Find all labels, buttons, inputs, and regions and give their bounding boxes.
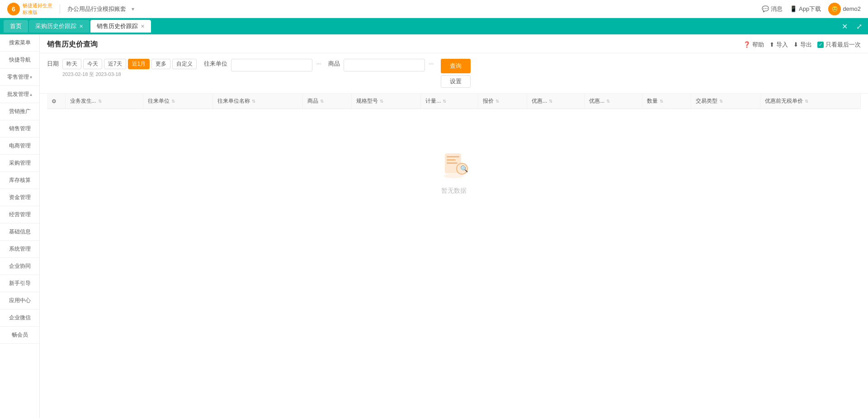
sidebar-item-inventory[interactable]: 库存核算 bbox=[0, 172, 39, 189]
sidebar-vip-member-label: 畅会员 bbox=[12, 331, 28, 339]
th-pre-tax-price[interactable]: 优惠前无税单价 ⇅ bbox=[760, 94, 861, 109]
user-profile[interactable]: 😊 demo2 bbox=[828, 3, 861, 15]
th-biz-date[interactable]: 业务发生... ⇅ bbox=[65, 94, 143, 109]
sort-icon-unit: ⇅ bbox=[443, 99, 446, 104]
tab-purchase-history-close[interactable]: ✕ bbox=[79, 24, 83, 29]
sidebar-item-basic-info[interactable]: 基础信息 bbox=[0, 223, 39, 241]
workspace-dropdown-icon[interactable]: ▾ bbox=[132, 6, 134, 12]
sidebar-item-new-guide[interactable]: 新手引导 bbox=[0, 275, 39, 292]
th-qty[interactable]: 数量 ⇅ bbox=[642, 94, 691, 109]
sidebar-system-mgmt-label: 系统管理 bbox=[9, 245, 31, 253]
sort-icon-biz-date: ⇅ bbox=[98, 99, 102, 104]
export-btn[interactable]: ⬇ 导出 bbox=[793, 41, 812, 49]
settings-button[interactable]: 设置 bbox=[441, 75, 471, 88]
message-icon: 💬 bbox=[762, 5, 769, 12]
product-input[interactable] bbox=[344, 59, 425, 71]
date-btn-1month[interactable]: 近1月 bbox=[128, 59, 150, 69]
sidebar-item-system-mgmt[interactable]: 系统管理 bbox=[0, 241, 39, 258]
sidebar-item-enterprise-wechat[interactable]: 企业微信 bbox=[0, 309, 39, 327]
partner-input[interactable] bbox=[231, 59, 312, 71]
tab-bar-right: ✕ ⤢ bbox=[839, 21, 864, 32]
sort-icon-partner-name: ⇅ bbox=[252, 99, 255, 104]
app-download-btn[interactable]: 📱 App下载 bbox=[790, 5, 821, 13]
expand-window-btn[interactable]: ⤢ bbox=[854, 21, 864, 32]
th-unit[interactable]: 计量... ⇅ bbox=[421, 94, 478, 109]
tab-purchase-history[interactable]: 采购历史价跟踪 ✕ bbox=[29, 20, 90, 33]
import-btn[interactable]: ⬆ 导入 bbox=[769, 41, 788, 49]
date-range-text: 2023-02-18 至 2023-03-18 bbox=[62, 71, 197, 78]
sidebar-quick-nav-label: 快捷导航 bbox=[9, 56, 31, 64]
th-trade-type[interactable]: 交易类型 ⇅ bbox=[691, 94, 760, 109]
th-price[interactable]: 报价 ⇅ bbox=[478, 94, 527, 109]
sidebar-item-retail-mgmt[interactable]: 零售管理 ▾ bbox=[0, 69, 39, 86]
tab-home[interactable]: 首页 bbox=[4, 20, 28, 33]
sidebar-new-guide-label: 新手引导 bbox=[9, 280, 31, 287]
th-partner-code[interactable]: 往来单位 ⇅ bbox=[143, 94, 213, 109]
only-last-checkbox[interactable]: ✓ bbox=[817, 42, 824, 48]
sidebar-retail-mgmt-label: 零售管理 bbox=[7, 73, 29, 81]
date-filter-label: 日期 bbox=[47, 59, 59, 68]
sidebar-item-sales-mgmt[interactable]: 销售管理 bbox=[0, 120, 39, 138]
sort-icon-trade-type: ⇅ bbox=[719, 99, 723, 104]
sidebar-item-marketing[interactable]: 营销推广 bbox=[0, 103, 39, 120]
th-discount2[interactable]: 优惠... ⇅ bbox=[585, 94, 642, 109]
date-btn-custom[interactable]: 自定义 bbox=[172, 59, 197, 69]
sidebar-item-ecommerce-mgmt[interactable]: 电商管理 bbox=[0, 138, 39, 155]
sidebar-item-operations-mgmt[interactable]: 经营管理 bbox=[0, 206, 39, 223]
th-spec[interactable]: 规格型号 ⇅ bbox=[351, 94, 421, 109]
query-button[interactable]: 查询 bbox=[441, 59, 471, 73]
date-btn-more[interactable]: 更多 bbox=[151, 59, 170, 69]
help-btn[interactable]: ❓ 帮助 bbox=[743, 41, 764, 49]
svg-rect-3 bbox=[447, 159, 456, 161]
th-discount1[interactable]: 优惠... ⇅ bbox=[527, 94, 585, 109]
gear-icon: ⚙ bbox=[52, 98, 57, 104]
sidebar-sales-mgmt-label: 销售管理 bbox=[9, 125, 31, 133]
tab-sales-history-label: 销售历史价跟踪 bbox=[97, 22, 138, 30]
tab-home-label: 首页 bbox=[10, 22, 22, 30]
empty-text: 暂无数据 bbox=[441, 187, 467, 195]
close-window-btn[interactable]: ✕ bbox=[839, 21, 850, 32]
only-last-checkbox-group[interactable]: ✓ 只看最后一次 bbox=[817, 41, 861, 49]
tab-sales-history-close[interactable]: ✕ bbox=[141, 24, 145, 29]
th-product[interactable]: 商品 ⇅ bbox=[302, 94, 351, 109]
data-table: ⚙ 业务发生... ⇅ 往来单位 bbox=[47, 94, 861, 109]
sidebar-item-app-center[interactable]: 应用中心 bbox=[0, 292, 39, 309]
date-btn-yesterday[interactable]: 昨天 bbox=[62, 59, 81, 69]
partner-dots: ... bbox=[316, 59, 321, 66]
wholesale-mgmt-arrow-icon: ▴ bbox=[30, 92, 32, 97]
date-btn-7days[interactable]: 近7天 bbox=[104, 59, 126, 69]
action-buttons: 查询 设置 bbox=[441, 59, 471, 88]
product-dots: ... bbox=[429, 59, 434, 66]
sidebar-item-wholesale-mgmt[interactable]: 批发管理 ▴ bbox=[0, 86, 39, 103]
sort-icon-pre-tax-price: ⇅ bbox=[805, 99, 808, 104]
th-gear[interactable]: ⚙ bbox=[47, 94, 65, 109]
table-container: ⚙ 业务发生... ⇅ 往来单位 bbox=[40, 94, 868, 238]
workspace-name: 办公用品行业模拟账套 bbox=[67, 5, 126, 13]
sidebar-item-purchase-mgmt[interactable]: 采购管理 bbox=[0, 155, 39, 172]
sort-icon-spec: ⇅ bbox=[380, 99, 383, 104]
sidebar-item-vip-member[interactable]: 畅会员 bbox=[0, 327, 39, 344]
content-area: 销售历史价查询 ❓ 帮助 ⬆ 导入 ⬇ 导出 ✓ bbox=[40, 34, 868, 418]
sidebar-item-search-menu[interactable]: 搜索菜单 bbox=[0, 34, 39, 52]
sidebar-enterprise-collab-label: 企业协同 bbox=[9, 262, 31, 270]
sort-icon-price: ⇅ bbox=[495, 99, 499, 104]
top-header: 6 畅捷通好生意 标准版 办公用品行业模拟账套 ▾ 💬 消息 📱 App下载 😊… bbox=[0, 0, 868, 18]
app-download-icon: 📱 bbox=[790, 5, 797, 12]
sidebar-app-center-label: 应用中心 bbox=[9, 297, 31, 304]
date-btn-today[interactable]: 今天 bbox=[83, 59, 102, 69]
partner-filter-label: 往来单位 bbox=[204, 59, 227, 68]
tab-bar: 首页 采购历史价跟踪 ✕ 销售历史价跟踪 ✕ ✕ ⤢ bbox=[0, 18, 868, 34]
sidebar-item-finance-mgmt[interactable]: 资金管理 bbox=[0, 189, 39, 206]
table-header-row: ⚙ 业务发生... ⇅ 往来单位 bbox=[47, 94, 861, 109]
tab-sales-history[interactable]: 销售历史价跟踪 ✕ bbox=[90, 20, 151, 33]
sidebar-item-quick-nav[interactable]: 快捷导航 bbox=[0, 52, 39, 69]
sidebar-marketing-label: 营销推广 bbox=[9, 108, 31, 115]
sidebar-item-enterprise-collab[interactable]: 企业协同 bbox=[0, 258, 39, 275]
product-filter-label: 商品 bbox=[328, 59, 340, 68]
page-title: 销售历史价查询 bbox=[47, 40, 98, 49]
date-filter-group: 日期 昨天 今天 近7天 近1月 更多 自定义 2023-02-18 至 202… bbox=[47, 59, 197, 78]
table-header: ⚙ 业务发生... ⇅ 往来单位 bbox=[47, 94, 861, 109]
message-btn[interactable]: 💬 消息 bbox=[762, 5, 783, 13]
th-partner-name[interactable]: 往来单位名称 ⇅ bbox=[212, 94, 302, 109]
only-last-label: 只看最后一次 bbox=[826, 41, 861, 49]
